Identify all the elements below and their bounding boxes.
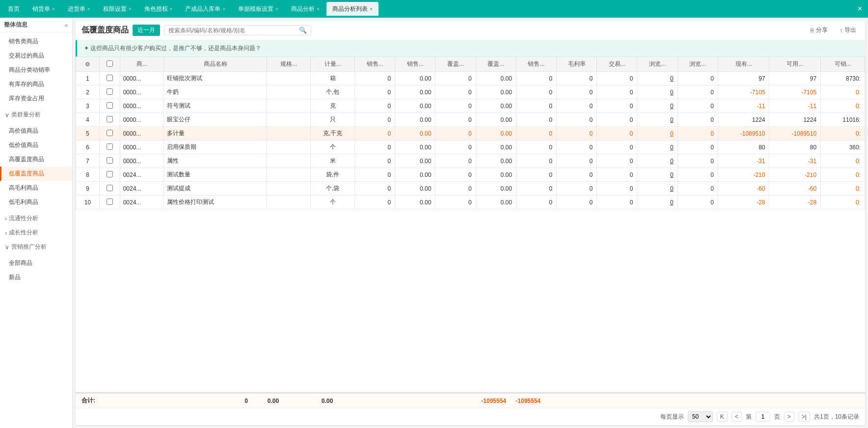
sidebar-item-capital[interactable]: 库存资金占用 [0,91,72,106]
col-cover1[interactable]: 覆盖... [435,57,476,72]
col-stock2[interactable]: 可用... [769,57,821,72]
col-sales2[interactable]: 销售... [395,57,435,72]
sidebar-group-marketing[interactable]: ∨ 营销推广分析 [0,240,72,254]
cell-view1[interactable]: 0 [637,196,678,209]
close-icon[interactable]: × [275,6,278,12]
sidebar-group-category[interactable]: ∨ 类群量分析 [0,108,72,122]
cell-view1[interactable]: 0 [637,154,678,168]
col-view1[interactable]: 浏览... [637,57,678,72]
cell-view1[interactable]: 0 [637,182,678,196]
cell-spec [267,141,311,154]
sidebar-item-low-value[interactable]: 低价值商品 [0,138,72,152]
sidebar-item-low-coverage[interactable]: 低覆盖度商品 [0,167,72,181]
row-checkbox[interactable] [107,157,113,164]
cell-view1[interactable]: 0 [637,141,678,154]
cell-checkbox[interactable] [99,154,120,168]
col-settings[interactable]: ⚙ [76,57,100,72]
cell-view1[interactable]: 0 [637,99,678,113]
cell-view1[interactable]: 0 [637,127,678,141]
last-page-button[interactable]: >| [798,412,810,422]
cell-view1[interactable]: 0 [637,72,678,86]
col-name[interactable]: 商品名称 [164,57,267,72]
nav-tab-instock[interactable]: 产成品入库单 × [179,2,231,16]
row-checkbox[interactable] [107,88,113,95]
cell-view1[interactable]: 0 [637,113,678,127]
close-icon[interactable]: × [222,6,225,12]
search-input[interactable] [168,27,299,34]
select-all-checkbox[interactable] [107,60,113,67]
close-icon[interactable]: × [129,6,132,12]
col-unit[interactable]: 计量... [311,57,355,72]
nav-tab-purchase[interactable]: 进货单 × [62,2,96,16]
table-container[interactable]: ⚙ 商... 商品名称 规格... [76,57,865,392]
col-checkbox[interactable] [99,57,120,72]
sidebar-item-high-value[interactable]: 高价值商品 [0,124,72,138]
sidebar: 整体信息 « 销售类商品 交易过的商品 商品分类动销率 有库存的商品 库存资金占… [0,18,73,428]
sidebar-item-sales-goods[interactable]: 销售类商品 [0,34,72,49]
col-stock3[interactable]: 可销... [821,57,865,72]
nav-tab-analysis-list[interactable]: 商品分析列表 × [326,2,379,16]
row-checkbox[interactable] [107,116,113,122]
row-checkbox[interactable] [107,199,113,205]
cell-view1[interactable]: 0 [637,86,678,99]
close-icon[interactable]: × [87,6,90,12]
sidebar-item-category-rate[interactable]: 商品分类动销率 [0,63,72,77]
prev-page-button[interactable]: < [732,412,742,422]
close-icon[interactable]: × [317,6,320,12]
close-all-tabs-button[interactable]: × [854,2,866,15]
cell-checkbox[interactable] [99,72,120,86]
nav-tab-role[interactable]: 角色授权 × [138,2,179,16]
sidebar-item-low-margin[interactable]: 低毛利商品 [0,195,72,209]
close-icon[interactable]: × [370,6,373,12]
col-trade[interactable]: 交易... [597,57,637,72]
filter-recent-month-button[interactable]: 近一月 [133,25,160,36]
col-stock1[interactable]: 现有... [718,57,769,72]
sidebar-item-new-goods[interactable]: 新品 [0,270,72,285]
sidebar-item-high-coverage[interactable]: 高覆盖度商品 [0,152,72,167]
col-sales3[interactable]: 销售... [516,57,556,72]
sidebar-item-traded-goods[interactable]: 交易过的商品 [0,49,72,63]
row-checkbox[interactable] [107,143,113,150]
first-page-button[interactable]: K [717,412,728,422]
row-checkbox[interactable] [107,171,113,177]
nav-tab-home[interactable]: 首页 [2,2,26,16]
row-checkbox[interactable] [107,130,113,136]
sidebar-collapse-button[interactable]: « [64,21,68,29]
col-cover2[interactable]: 覆盖... [476,57,516,72]
share-button[interactable]: ⎘ 分享 [808,25,831,36]
next-page-button[interactable]: > [784,412,794,422]
page-size-select[interactable]: 50 20 100 [688,411,713,422]
cell-checkbox[interactable] [99,196,120,209]
row-checkbox[interactable] [107,102,113,109]
nav-tab-sales[interactable]: 销货单 × [27,2,61,16]
sidebar-group-flow[interactable]: › 流通性分析 [0,211,72,226]
cell-checkbox[interactable] [99,99,120,113]
sidebar-group-growth[interactable]: › 成长性分析 [0,226,72,240]
col-code[interactable]: 商... [120,57,164,72]
sidebar-item-stocked-goods[interactable]: 有库存的商品 [0,77,72,91]
row-checkbox[interactable] [107,185,113,191]
col-sales1[interactable]: 销售... [355,57,395,72]
row-checkbox[interactable] [107,75,113,81]
col-margin[interactable]: 毛利率 [557,57,597,72]
sidebar-item-all-goods[interactable]: 全部商品 [0,256,72,270]
chevron-right-icon: › [5,215,7,222]
cell-checkbox[interactable] [99,86,120,99]
cell-checkbox[interactable] [99,127,120,141]
col-spec[interactable]: 规格... [267,57,311,72]
cell-checkbox[interactable] [99,182,120,196]
nav-tab-analysis[interactable]: 商品分析 × [285,2,326,16]
cell-checkbox[interactable] [99,113,120,127]
close-icon[interactable]: × [170,6,173,12]
cell-checkbox[interactable] [99,168,120,182]
nav-tab-permission[interactable]: 权限设置 × [97,2,137,16]
export-button[interactable]: ↑ 导出 [837,25,859,36]
close-icon[interactable]: × [52,6,55,12]
cell-view1[interactable]: 0 [637,168,678,182]
sidebar-item-high-margin[interactable]: 高毛利商品 [0,181,72,195]
nav-tab-template[interactable]: 单据模板设置 × [232,2,284,16]
col-view2[interactable]: 浏览... [678,57,718,72]
page-number-input[interactable] [756,412,770,422]
cell-cover1: 0 [435,86,476,99]
cell-checkbox[interactable] [99,141,120,154]
